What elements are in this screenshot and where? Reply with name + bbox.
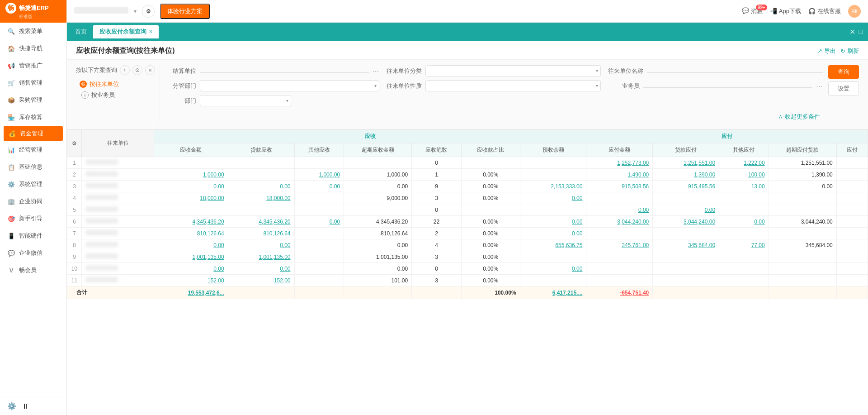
- total-ap-overdue: [769, 286, 836, 299]
- sidebar-item-operations[interactable]: 📊 经营管理: [0, 141, 66, 158]
- row-number: 8: [67, 239, 82, 251]
- partner-name: 往来单位名称: [82, 239, 154, 251]
- settlement-input[interactable]: [200, 69, 369, 73]
- partner-name: 往来单位名称: [82, 263, 154, 275]
- tab-close-icon[interactable]: ×: [149, 29, 152, 35]
- app-download[interactable]: 📲 App下载: [770, 7, 801, 15]
- th-ar-count: 应收笔数: [412, 143, 462, 157]
- table-row: 8往来单位名称0.000.000.0040.00%655,636.75345,7…: [67, 239, 868, 251]
- gear-icon: ⚙️: [7, 180, 15, 188]
- table-row: 4往来单位名称18,000.0018,000.009,000.0030.00%0…: [67, 192, 868, 204]
- cart-icon: 🛒: [7, 79, 15, 87]
- total-ar-prepay: 6,417,215....: [520, 286, 586, 299]
- settlement-dots-btn[interactable]: ···: [373, 67, 379, 75]
- filter-option-salesman[interactable]: ○ 按业务员: [76, 90, 155, 100]
- footer-settings-icon[interactable]: ⚙️: [7, 402, 16, 410]
- th-ar-prepay: 预收余额: [520, 143, 586, 157]
- chat-icon: 💬: [7, 249, 15, 257]
- filter-field-partner-name: 往来单位名称: [608, 67, 823, 75]
- topbar-gear-button[interactable]: ⚙: [142, 5, 155, 18]
- filter-label: 按以下方案查询: [76, 66, 117, 74]
- footer-collapse-icon[interactable]: ⏸: [22, 402, 29, 410]
- online-service[interactable]: 🎧 在线客服: [808, 7, 841, 15]
- table-container: ⚙ 往来单位 应收 应付 应收金额 贷款应收 其他应收 超期应收金额 应收笔数 …: [67, 129, 868, 415]
- sidebar-item-sales[interactable]: 🛒 销售管理: [0, 74, 66, 91]
- filter-collapse-btn[interactable]: «: [145, 65, 155, 75]
- total-ap-loan: [653, 286, 719, 299]
- page-actions: ↗ 导出 ↻ 刷新: [817, 47, 859, 55]
- user-avatar[interactable]: Rit: [848, 5, 861, 18]
- division-select[interactable]: [200, 95, 291, 106]
- chevron-down-icon: ▾: [134, 8, 137, 14]
- dept-select-wrapper: [200, 80, 379, 91]
- th-payable-group: 应付: [586, 130, 868, 143]
- tab-home[interactable]: 首页: [69, 25, 93, 38]
- sidebar-item-guide[interactable]: 🎯 新手引导: [0, 210, 66, 227]
- sidebar-item-nav[interactable]: 🏠 快捷导航: [0, 40, 66, 57]
- query-button[interactable]: 查询: [828, 65, 859, 79]
- th-ar-overdue: 超期应收金额: [344, 143, 412, 157]
- settings-icon: ⚙: [146, 8, 151, 14]
- export-icon: ↗: [817, 48, 822, 54]
- settlement-label: 结算单位: [165, 67, 196, 75]
- salesman-input[interactable]: [643, 84, 812, 88]
- topbar-breadcrumb: [74, 7, 128, 15]
- partner-name: 往来单位名称: [82, 169, 154, 181]
- sidebar-item-basic[interactable]: 📋 基础信息: [0, 158, 66, 176]
- th-settings[interactable]: ⚙: [67, 130, 82, 157]
- service-icon: 🎧: [808, 8, 816, 14]
- table-row: 3往来单位名称0.000.000.000.0090.00%2,153,333.0…: [67, 181, 868, 192]
- filter-add-btn[interactable]: +: [120, 65, 130, 75]
- sidebar-item-capital[interactable]: 💰 资金管理: [4, 126, 63, 141]
- table-row: 1往来单位名称01,252,773.001,251,551.001,222.00…: [67, 157, 868, 169]
- sidebar-item-search[interactable]: 🔍 搜索菜单: [0, 23, 66, 40]
- total-ar-loan: [228, 286, 294, 299]
- partner-nature-select[interactable]: [425, 80, 601, 91]
- refresh-button[interactable]: ↻ 刷新: [840, 47, 859, 55]
- salesman-dots-btn[interactable]: ···: [816, 82, 823, 90]
- row-number: 6: [67, 216, 82, 228]
- collapse-icon: ∧: [778, 113, 783, 120]
- export-button[interactable]: ↗ 导出: [817, 47, 836, 55]
- filter-option-partner-label: 按往来单位: [90, 80, 119, 88]
- division-label: 部门: [165, 97, 196, 105]
- tabs-bar: 首页 应收应付余额查询 × ✕ □: [67, 23, 868, 41]
- collapse-more-btn[interactable]: ∧ 收起更多条件: [775, 110, 823, 124]
- sidebar-item-purchase[interactable]: 📦 采购管理: [0, 91, 66, 109]
- table-row: 7往来单位名称810,126.64810,126.64810,126.6420.…: [67, 228, 868, 239]
- filter-right-panel: 结算单位 ··· 往来单位分类 往来单位名称: [165, 65, 823, 124]
- partner-name-label: 往来单位名称: [608, 67, 643, 75]
- sidebar-item-wechat[interactable]: 💬 企业微信: [0, 244, 66, 262]
- dept-select[interactable]: [200, 80, 379, 91]
- messages-badge[interactable]: 💬 99+ 消息: [742, 7, 763, 15]
- dept-label: 分管部门: [165, 82, 196, 90]
- filter-field-salesman: 业务员 ···: [608, 82, 823, 90]
- partner-name: 往来单位名称: [82, 216, 154, 228]
- row-number: 9: [67, 251, 82, 263]
- salesman-option-icon: ○: [81, 91, 89, 99]
- table-row: 6往来单位名称4,345,436.204,345,436.200.004,345…: [67, 216, 868, 228]
- partner-type-select[interactable]: [425, 65, 601, 76]
- sidebar-item-hardware[interactable]: 📱 智能硬件: [0, 227, 66, 244]
- sidebar-item-inventory[interactable]: 🏪 库存核算: [0, 109, 66, 126]
- topbar-dropdown[interactable]: ▾: [134, 8, 137, 14]
- tab-ar-query[interactable]: 应收应付余额查询 ×: [93, 25, 159, 38]
- sidebar-item-enterprise[interactable]: 🏢 企业协同: [0, 193, 66, 210]
- refresh-icon: ↻: [840, 48, 845, 54]
- search-icon: 🔍: [7, 27, 15, 35]
- total-ap-amount: -654,751.40: [586, 286, 653, 299]
- sidebar-item-system[interactable]: ⚙️ 系统管理: [0, 176, 66, 193]
- filter-field-settlement: 结算单位 ···: [165, 67, 379, 75]
- window-maximize-icon[interactable]: □: [859, 28, 863, 35]
- window-close-icon[interactable]: ✕: [849, 28, 855, 36]
- settings-button[interactable]: 设置: [828, 81, 859, 96]
- sidebar-item-member[interactable]: V 畅会员: [0, 262, 66, 279]
- filter-option-partner[interactable]: 畅 按往来单位: [76, 79, 155, 90]
- sidebar-item-marketing[interactable]: 📢 营销推广: [0, 57, 66, 74]
- table-row: 9往来单位名称1,001,135.001,001,135.001,001,135…: [67, 251, 868, 263]
- row-number: 4: [67, 192, 82, 204]
- partner-name: 往来单位名称: [82, 275, 154, 286]
- partner-name-input[interactable]: [647, 69, 823, 73]
- promo-button[interactable]: 体验行业方案: [160, 4, 210, 19]
- filter-settings-btn[interactable]: ⊙: [132, 65, 142, 75]
